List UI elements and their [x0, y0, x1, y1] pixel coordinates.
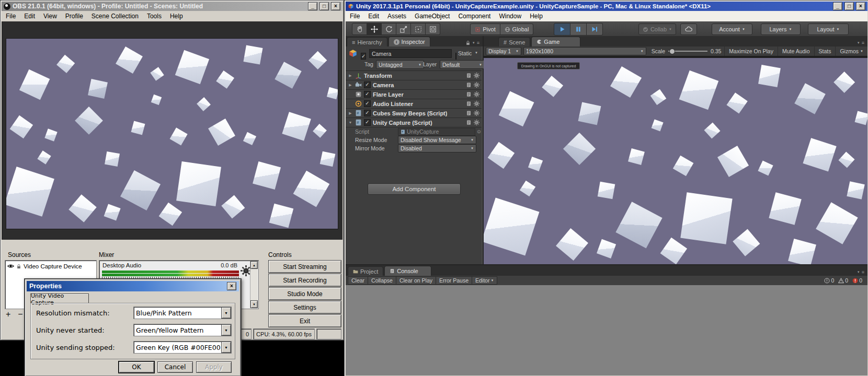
eye-icon[interactable] [7, 263, 14, 269]
error-pause-button[interactable]: Error Pause [436, 276, 472, 285]
scroll-down-button[interactable]: ▼ [250, 300, 258, 308]
tab-inspector[interactable]: iInspector [389, 37, 430, 46]
component-checkbox[interactable]: ✓ [364, 91, 371, 98]
tab-console[interactable]: Console [384, 266, 431, 276]
tool-transform-button[interactable] [426, 23, 440, 35]
static-dropdown-icon[interactable]: ▼ [475, 51, 478, 54]
maximize-button[interactable]: □ [319, 2, 329, 10]
fold-icon[interactable]: ▶ [348, 111, 353, 115]
unity-menu-window[interactable]: Window [495, 11, 526, 21]
unity-menu-help[interactable]: Help [526, 11, 547, 21]
gear-icon[interactable] [474, 73, 479, 78]
cancel-button[interactable]: Cancel [157, 361, 193, 373]
gear-icon[interactable] [474, 110, 479, 116]
clear-on-play-button[interactable]: Clear on Play [396, 276, 436, 285]
menu-item-edit[interactable]: Edit [20, 11, 39, 21]
panel-menu-lines-icon[interactable]: ≡ [862, 40, 864, 45]
help-doc-icon[interactable] [466, 82, 472, 88]
tool-rotate-button[interactable] [382, 23, 396, 35]
panel-menu-icon[interactable]: ▼ [857, 41, 860, 44]
dialog-titlebar[interactable]: Properties × [27, 281, 239, 291]
dropdown-arrow-icon[interactable]: ▼ [221, 324, 231, 336]
game-view[interactable]: Drawing in OnGUI is not captured [484, 56, 867, 266]
mirror-mode-dropdown[interactable]: Disabled▼ [398, 144, 476, 152]
tab-hierarchy[interactable]: ≡Hierarchy [347, 37, 387, 46]
start-recording-button[interactable]: Start Recording [268, 274, 341, 287]
clear-button[interactable]: Clear [348, 276, 368, 285]
obs-titlebar[interactable]: OBS 21.0.1 (64bit, windows) - Profile: U… [2, 2, 342, 11]
console-content[interactable] [346, 285, 867, 375]
static-checkbox[interactable] [455, 53, 456, 60]
help-doc-icon[interactable] [466, 91, 472, 97]
unity-titlebar[interactable]: Unity 2017.3.1p1 Personal (64bit) - Unit… [346, 2, 867, 11]
component-row-cubes-sway-beeps[interactable]: ▶ ✓ Cubes Sway Beeps (Script) [346, 109, 482, 118]
menu-item-tools[interactable]: Tools [143, 11, 166, 21]
fold-icon[interactable]: ▶ [348, 83, 353, 87]
gameobject-active-checkbox[interactable]: ✓ [361, 53, 366, 60]
panel-menu-lines-icon[interactable]: ≡ [477, 40, 479, 45]
fold-icon[interactable]: ▼ [348, 121, 353, 124]
script-value-field[interactable]: UnityCapture [398, 128, 475, 136]
menu-item-help[interactable]: Help [166, 11, 187, 21]
tab-game[interactable]: Game [531, 37, 580, 46]
exit-button[interactable]: Exit [268, 314, 341, 327]
menu-item-scene-collection[interactable]: Scene Collection [87, 11, 143, 21]
warning-count-badge[interactable]: 0 [836, 277, 850, 284]
component-row-transform[interactable]: ▶ Transform [346, 71, 482, 80]
resize-mode-dropdown[interactable]: Disabled Show Message▼ [398, 136, 476, 144]
dropdown-arrow-icon[interactable]: ▼ [221, 307, 231, 319]
component-row-camera[interactable]: ▶ ✓ Camera [346, 80, 482, 90]
layer-dropdown[interactable]: Default▼ [440, 60, 485, 69]
unity-minimize-button[interactable]: _ [833, 2, 842, 10]
tab-unity-video-capture[interactable]: Unity Video Capture [30, 293, 89, 304]
scale-slider-knob[interactable] [669, 49, 675, 54]
unity-maximize-button[interactable]: □ [844, 2, 854, 10]
component-checkbox[interactable]: ✓ [364, 81, 371, 88]
gear-icon[interactable] [474, 120, 479, 125]
unity-menu-gameobject[interactable]: GameObject [410, 11, 454, 21]
tab-project[interactable]: Project [348, 266, 383, 276]
maximize-on-play-button[interactable]: Maximize On Play [724, 46, 778, 56]
account-button[interactable]: Account▼ [712, 24, 752, 35]
component-row-unity-capture[interactable]: ▼ ✓ Unity Capture (Script) [346, 118, 482, 127]
studio-mode-button[interactable]: Studio Mode [268, 287, 341, 300]
add-component-button[interactable]: Add Component [368, 183, 461, 195]
unity-close-button[interactable]: × [856, 2, 865, 10]
tool-scale-button[interactable] [396, 23, 411, 35]
tool-rect-button[interactable] [411, 23, 426, 35]
unity-menu-file[interactable]: File [346, 11, 364, 21]
component-checkbox[interactable]: ✓ [364, 110, 371, 116]
unity-menu-component[interactable]: Component [454, 11, 495, 21]
layers-button[interactable]: Layers▼ [761, 24, 801, 35]
global-button[interactable]: Global [500, 24, 533, 35]
layout-button[interactable]: Layout▼ [808, 24, 849, 35]
play-button[interactable] [554, 23, 570, 36]
mute-audio-button[interactable]: Mute Audio [778, 46, 814, 56]
add-source-button[interactable]: + [6, 310, 10, 319]
panel-menu-icon[interactable]: ▼ [472, 41, 475, 44]
help-doc-icon[interactable] [466, 101, 472, 107]
menu-item-profile[interactable]: Profile [61, 11, 87, 21]
settings-button[interactable]: Settings [268, 301, 341, 314]
editor-button[interactable]: Editor▼ [472, 276, 497, 285]
pivot-button[interactable]: Pivot [470, 24, 500, 35]
tool-hand-button[interactable] [352, 23, 367, 35]
tag-dropdown[interactable]: Untagged▼ [376, 60, 424, 69]
unity-never-started-dropdown[interactable]: Green/Yellow Pattern ▼ [133, 324, 232, 336]
error-count-badge[interactable]: 0 [850, 277, 864, 284]
info-count-badge[interactable]: 0 [822, 277, 836, 284]
unity-menu-edit[interactable]: Edit [364, 11, 383, 21]
component-row-audio-listener[interactable]: ✓ Audio Listener [346, 99, 482, 109]
apply-button[interactable]: Apply [196, 361, 232, 373]
unity-menu-assets[interactable]: Assets [383, 11, 410, 21]
help-doc-icon[interactable] [466, 110, 472, 116]
resolution-dropdown[interactable]: 1920x1080▼ [523, 47, 646, 55]
close-button[interactable]: × [331, 2, 340, 10]
source-item-video-capture-device[interactable]: Video Capture Device [5, 261, 96, 272]
ok-button[interactable]: OK [119, 361, 154, 373]
tab-scene[interactable]: #Scene [498, 37, 530, 46]
cloud-button[interactable] [680, 24, 697, 35]
obs-video-preview[interactable] [6, 38, 338, 229]
collab-button[interactable]: Collab▼ [638, 24, 676, 35]
start-streaming-button[interactable]: Start Streaming [268, 260, 341, 273]
